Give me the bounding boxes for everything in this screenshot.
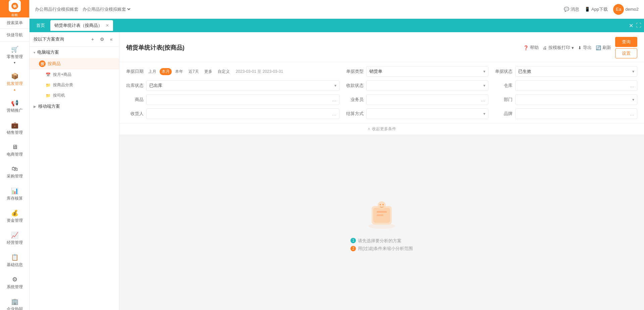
- sidebar-search-label[interactable]: 搜索菜单: [7, 20, 23, 25]
- sub-item-icon: 📁: [46, 93, 51, 98]
- empty-steps: 1 请先选择要分析的方案 2 用[过滤]条件来缩小分析范围: [351, 237, 413, 253]
- template-print-btn[interactable]: 🖨 按模板打印 ▾: [543, 45, 574, 51]
- filter-goods: 商品 …: [126, 94, 339, 105]
- industry-dropdown[interactable]: 办公用品行业模拟账套: [81, 6, 131, 12]
- tab-home[interactable]: 首页: [32, 20, 49, 31]
- sidebar-item-inventory[interactable]: 📊 库存核算: [0, 183, 29, 205]
- sidebar-item-sales[interactable]: 💼 销售管理: [0, 117, 29, 140]
- system-icon: ⚙: [12, 276, 17, 283]
- goods-label: 商品: [126, 97, 146, 103]
- user-label: demo2: [625, 7, 639, 12]
- sidebar-item-wholesale[interactable]: 📦 批发管理 ▴: [0, 68, 29, 95]
- enterprise-icon: 🏢: [11, 298, 18, 305]
- collapse-label: ∧ 收起更多条件: [367, 126, 396, 131]
- app-download-btn[interactable]: 📱 App下载: [585, 6, 608, 12]
- print-arrow-icon: ▾: [572, 45, 574, 50]
- salesman-value[interactable]: …: [366, 94, 488, 105]
- data-area: 1 请先选择要分析的方案 2 用[过滤]条件来缩小分析范围: [119, 135, 644, 310]
- refresh-btn[interactable]: 🔄 刷新: [596, 45, 611, 51]
- scheme-group-header-mobile[interactable]: ▶ 移动端方案: [30, 101, 119, 112]
- consignee-more-icon[interactable]: …: [332, 111, 336, 116]
- filter-doc-type: 单据类型 销货单 ▾: [346, 66, 488, 77]
- collapse-bar[interactable]: ∧ 收起更多条件: [119, 123, 644, 135]
- query-btn[interactable]: 查询: [615, 37, 637, 47]
- help-label: 帮助: [530, 45, 539, 51]
- tab-close-icon[interactable]: ✕: [106, 23, 109, 28]
- dept-arrow-icon: ▾: [632, 97, 634, 102]
- sidebar-item-system[interactable]: ⚙ 系统管理: [0, 272, 29, 294]
- scheme-item-by-category[interactable]: 📁 按商品分类: [30, 80, 119, 90]
- date-tab-last-month[interactable]: 上月: [146, 68, 158, 75]
- scheme-item-by-cashier[interactable]: 📁 按司机: [30, 90, 119, 101]
- doc-status-value[interactable]: 已生效 ▾: [515, 66, 637, 77]
- sidebar-item-marketing[interactable]: 📢 营销推广: [0, 95, 29, 117]
- purchase-icon: 🛍: [12, 165, 18, 172]
- help-btn[interactable]: ❓ 帮助: [523, 45, 539, 51]
- sidebar-item-purchase[interactable]: 🛍 采购管理: [0, 161, 29, 183]
- date-label: 单据日期: [126, 68, 146, 74]
- storage-more-icon[interactable]: …: [630, 83, 634, 88]
- collapse-panel-btn[interactable]: «: [108, 36, 115, 43]
- scheme-group-desktop: ▾ 电脑端方案 按 按商品 📅 按月+商品 📁 按商品分类 📁 按司机: [30, 47, 119, 101]
- filter-payment: 结算方式 ▾: [346, 108, 488, 119]
- payment-value[interactable]: ▾: [366, 108, 488, 119]
- filter-row-4: 收货人 … 结算方式 ▾: [126, 108, 637, 119]
- sub-item-icon: 📅: [46, 72, 51, 77]
- filter-warehouse: 出库状态 已出库 ▾: [126, 80, 339, 91]
- warehouse-value[interactable]: 已出库 ▾: [146, 80, 339, 91]
- tabbar: 首页 销货单统计表（按商品） ✕ ✕ ⛶: [30, 19, 644, 32]
- sidebar-nav: 🛒 零售管理 ▾ 📦 批发管理 ▴ 📢 营销推广 💼 销售管理 🖥 电商管理 🛍…: [0, 42, 29, 310]
- add-scheme-btn[interactable]: +: [89, 36, 96, 43]
- brand-value[interactable]: …: [515, 108, 637, 119]
- salesman-label: 业务员: [346, 97, 366, 103]
- goods-value[interactable]: …: [146, 94, 339, 105]
- goods-more-icon[interactable]: …: [332, 97, 336, 102]
- scheme-group-header-desktop[interactable]: ▾ 电脑端方案: [30, 47, 119, 58]
- storage-label: 仓库: [495, 83, 515, 89]
- date-tab-more[interactable]: 更多: [202, 68, 214, 75]
- date-range: 2023-03-01 至 2023-03-31: [236, 69, 283, 74]
- sidebar-item-label: 营销推广: [7, 108, 23, 113]
- filter-receipt: 收款状态 ▾: [346, 80, 488, 91]
- sidebar-item-retail[interactable]: 🛒 零售管理 ▾: [0, 42, 29, 68]
- user-avatar-area[interactable]: Ea demo2: [613, 4, 639, 15]
- doc-status-arrow-icon: ▾: [632, 69, 634, 74]
- sidebar-item-operation[interactable]: 📈 经营管理: [0, 227, 29, 250]
- sidebar-item-finance[interactable]: 💰 资金管理: [0, 205, 29, 227]
- filter-row-2: 出库状态 已出库 ▾ 收款状态 ▾: [126, 80, 637, 91]
- date-tab-this-year[interactable]: 本年: [173, 68, 185, 75]
- consignee-label: 收货人: [126, 111, 146, 117]
- export-btn[interactable]: ⬇ 导出: [578, 45, 592, 51]
- receipt-value[interactable]: ▾: [366, 80, 488, 91]
- avatar-text: Ea: [616, 7, 621, 12]
- brand-more-icon[interactable]: …: [630, 111, 634, 116]
- finance-icon: 💰: [11, 209, 18, 217]
- settings-icon: ⚙: [100, 37, 104, 42]
- step-num-1: 1: [351, 238, 356, 243]
- sidebar-item-basic[interactable]: 📋 基础信息: [0, 250, 29, 272]
- message-btn[interactable]: 💬 消息: [564, 6, 579, 12]
- settings-btn[interactable]: 设置: [615, 48, 637, 58]
- sidebar-search[interactable]: 搜索菜单: [0, 17, 29, 29]
- settings-scheme-btn[interactable]: ⚙: [98, 36, 106, 43]
- tab-close-window-icon[interactable]: ✕: [629, 22, 633, 29]
- scheme-sub-item-label: 按商品分类: [53, 82, 73, 88]
- filter-row-3: 商品 … 业务员 …: [126, 94, 637, 105]
- refresh-label: 刷新: [602, 45, 611, 51]
- dept-value[interactable]: ▾: [515, 94, 637, 105]
- consignee-value[interactable]: …: [146, 108, 339, 119]
- date-tab-this-month[interactable]: 本月: [160, 68, 172, 75]
- filter-salesman: 业务员 …: [346, 94, 488, 105]
- scheme-item-by-goods[interactable]: 按 按商品: [30, 58, 119, 69]
- date-tab-custom[interactable]: 自定义: [216, 68, 232, 75]
- date-tab-last-7-days[interactable]: 近7天: [186, 68, 201, 75]
- tab-expand-icon[interactable]: ⛶: [636, 22, 641, 29]
- sidebar-item-ecommerce[interactable]: 🖥 电商管理: [0, 140, 29, 161]
- salesman-more-icon[interactable]: …: [481, 97, 485, 102]
- doc-type-value[interactable]: 销货单 ▾: [366, 66, 488, 77]
- date-tabs: 上月 本月 本年 近7天 更多 自定义: [146, 68, 232, 75]
- scheme-item-by-month-goods[interactable]: 📅 按月+商品: [30, 69, 119, 80]
- sidebar-item-enterprise[interactable]: 🏢 企业协同: [0, 294, 29, 310]
- tab-sales-report[interactable]: 销货单统计表（按商品） ✕: [50, 20, 113, 31]
- storage-value[interactable]: …: [515, 80, 637, 91]
